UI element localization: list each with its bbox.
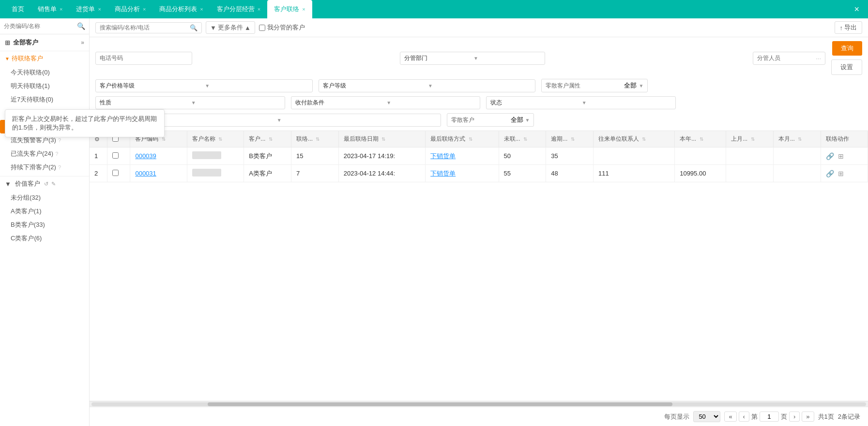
- more-conditions-button[interactable]: ▼ 更多条件 ▲: [206, 21, 255, 34]
- info-icon-3: ?: [55, 151, 58, 157]
- sidebar-item-lost[interactable]: 已流失客户(24) ?: [0, 147, 89, 161]
- sort-name[interactable]: ⇅: [218, 136, 222, 142]
- td-company-1: [593, 147, 674, 165]
- sidebar-item-class-b[interactable]: B类客户(33): [0, 218, 89, 232]
- sidebar-item-declining[interactable]: 持续下滑客户(2) ?: [0, 161, 89, 174]
- sidebar-search-input[interactable]: [4, 23, 77, 29]
- close-product-list-tab[interactable]: ×: [200, 0, 203, 18]
- info-icon-4: ?: [58, 164, 61, 170]
- action-link-icon-2[interactable]: 🔗: [826, 170, 834, 177]
- sidebar-item-today[interactable]: 今天待联络(0): [0, 66, 89, 79]
- nav-home[interactable]: 首页: [5, 0, 31, 18]
- my-customers-check[interactable]: [259, 25, 265, 31]
- td-last-method-1: 下销货单: [426, 147, 499, 165]
- last-page-button[interactable]: »: [802, 411, 814, 422]
- sort-overdue[interactable]: ⇅: [571, 136, 575, 142]
- horizontal-scrollbar[interactable]: [90, 401, 868, 407]
- close-sales-tab[interactable]: ×: [60, 0, 62, 18]
- tree-group-pending-label[interactable]: ▼ 待联络客户: [0, 51, 89, 66]
- sort-type[interactable]: ⇅: [269, 136, 273, 142]
- sort-last-month[interactable]: ⇅: [751, 136, 755, 142]
- action-link-icon-1[interactable]: 🔗: [826, 152, 834, 160]
- sort-last-date[interactable]: ⇅: [381, 136, 385, 142]
- sidebar-item-class-c[interactable]: C类客户(6): [0, 232, 89, 245]
- first-page-button[interactable]: «: [724, 411, 736, 422]
- th-this-month: 本月... ⇅: [773, 131, 821, 147]
- blurred-name-2: [192, 169, 221, 176]
- td-index-1: 1: [90, 147, 107, 165]
- close-customer-layer-tab[interactable]: ×: [258, 0, 260, 18]
- manager-dots[interactable]: ···: [816, 55, 821, 62]
- sidebar-item-class-a[interactable]: A类客户(1): [0, 205, 89, 218]
- td-this-month-2: [773, 165, 821, 182]
- action-grid-icon-1[interactable]: ⊞: [838, 152, 844, 160]
- sidebar-search-icon[interactable]: 🔍: [77, 22, 85, 30]
- th-contact-count: 联络... ⇅: [291, 131, 339, 147]
- prev-page-button[interactable]: ‹: [739, 411, 749, 422]
- last-method-link-2[interactable]: 下销货单: [430, 170, 456, 177]
- retail-customer-arrow[interactable]: ▼: [525, 118, 530, 123]
- price-grade-select[interactable]: 客户价格等级 ▼: [95, 79, 313, 92]
- sort-uncontacted[interactable]: ⇅: [523, 136, 527, 142]
- nav-product-list[interactable]: 商品分析列表 ×: [152, 0, 210, 18]
- refresh-icon[interactable]: ↺: [44, 181, 48, 187]
- query-button[interactable]: 查询: [832, 41, 862, 56]
- nav-customer-contact[interactable]: 客户联络 ×: [267, 0, 312, 18]
- sort-last-method[interactable]: ⇅: [469, 136, 472, 142]
- bottom-bar: 每页显示 50 100 « ‹ 第 页 › » 共1页 2条记录: [90, 407, 868, 426]
- td-code-2[interactable]: 000031: [130, 165, 187, 182]
- td-last-month-1: [726, 147, 774, 165]
- table-area: ⚙ 客户编码 ⇅ 客户名称 ⇅ 客户... ⇅ 联络... ⇅ 最后联络日期 ⇅…: [90, 131, 868, 401]
- edit-value-icon[interactable]: ✎: [51, 181, 56, 187]
- sort-contact[interactable]: ⇅: [316, 136, 320, 142]
- sidebar-value-customer-group[interactable]: ▼ 价值客户 ↺ ✎: [0, 176, 89, 191]
- sidebar-item-tomorrow[interactable]: 明天待联络(1): [0, 79, 89, 93]
- td-overdue-1: 35: [546, 147, 594, 165]
- arrow-icon-value: ▼: [5, 180, 11, 188]
- nav-sales[interactable]: 销售单 ×: [31, 0, 69, 18]
- window-close-button[interactable]: ×: [850, 4, 863, 15]
- sidebar-collapse-button[interactable]: »: [81, 39, 84, 46]
- export-button[interactable]: ↑ 导出: [835, 21, 863, 34]
- page-size-select[interactable]: 50 100: [693, 411, 720, 422]
- export-icon: ↑: [840, 24, 843, 31]
- main-search-icon[interactable]: 🔍: [190, 24, 198, 31]
- td-last-method-2: 下销货单: [426, 165, 499, 182]
- page-number-input[interactable]: [760, 411, 779, 422]
- advanced-filter: 电话号码 分管部门 ▼ 分管人员 ··· 查询 设置: [90, 37, 868, 131]
- td-code-1[interactable]: 000039: [130, 147, 187, 165]
- customer-type-arrow: ▼: [277, 118, 437, 123]
- main-search-input[interactable]: [100, 24, 188, 31]
- row2-checkbox[interactable]: [112, 170, 119, 176]
- close-customer-contact-tab[interactable]: ×: [302, 0, 305, 18]
- nav-customer-layer[interactable]: 客户分层经营 ×: [210, 0, 267, 18]
- settings-button[interactable]: 设置: [831, 59, 862, 75]
- dept-select[interactable]: 分管部门 ▼: [400, 52, 545, 65]
- close-product-analysis-tab[interactable]: ×: [143, 0, 146, 18]
- sidebar-tree: ▼ 待联络客户 今天待联络(0) 明天待联络(1) 近7天待联络(0) 逾期未联…: [0, 51, 89, 426]
- payment-arrow: ▼: [386, 100, 476, 105]
- close-purchase-tab[interactable]: ×: [98, 0, 101, 18]
- td-this-month-1: [773, 147, 821, 165]
- my-customers-checkbox[interactable]: 我分管的客户: [259, 23, 305, 32]
- customer-grade-select[interactable]: 客户等级 ▼: [319, 79, 536, 92]
- action-grid-icon-2[interactable]: ⊞: [838, 170, 844, 177]
- retail-attr-arrow[interactable]: ▼: [639, 83, 643, 88]
- gender-select[interactable]: 性质 ▼: [95, 96, 285, 109]
- next-page-button[interactable]: ›: [789, 411, 800, 422]
- sort-company[interactable]: ⇅: [642, 136, 646, 142]
- sidebar-item-unclassified[interactable]: 未分组(32): [0, 191, 89, 205]
- status-select[interactable]: 状态 ▼: [486, 96, 676, 109]
- scroll-thumb[interactable]: [208, 402, 672, 406]
- top-nav: 首页 销售单 × 进货单 × 商品分析 × 商品分析列表 × 客户分层经营 × …: [0, 0, 868, 18]
- payment-select[interactable]: 收付款条件 ▼: [291, 96, 481, 109]
- sidebar-item-7days[interactable]: 近7天待联络(0): [0, 93, 89, 106]
- sort-this-month[interactable]: ⇅: [798, 136, 802, 142]
- row1-checkbox[interactable]: [112, 152, 119, 159]
- nav-purchase[interactable]: 进货单 ×: [69, 0, 107, 18]
- nav-product-analysis[interactable]: 商品分析 ×: [108, 0, 152, 18]
- last-method-link-1[interactable]: 下销货单: [430, 152, 456, 160]
- th-company-contact: 往来单位联系人 ⇅: [593, 131, 674, 147]
- phone-input[interactable]: [126, 55, 188, 61]
- sort-this-year[interactable]: ⇅: [700, 136, 703, 142]
